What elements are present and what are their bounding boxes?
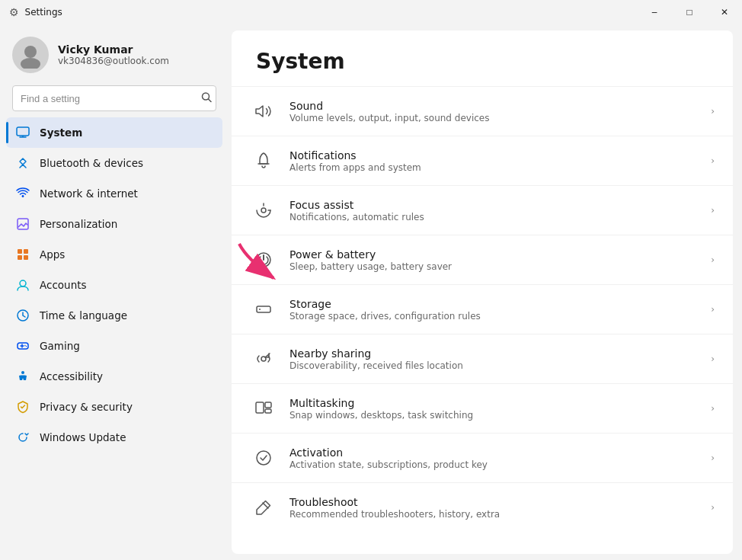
search-box (12, 85, 216, 111)
settings-item-multitasking-title: Multitasking (289, 397, 699, 409)
power-icon (250, 246, 277, 274)
sidebar-item-network[interactable]: Network & internet (6, 178, 222, 209)
nearby-chevron-icon: › (711, 354, 715, 364)
personalization-icon (15, 216, 30, 232)
settings-item-focus-text: Focus assist Notifications, automatic ru… (289, 199, 699, 222)
minimize-button[interactable]: – (637, 0, 672, 24)
apps-icon (15, 247, 30, 262)
gaming-icon (15, 338, 30, 354)
settings-item-sound-text: Sound Volume levels, output, input, soun… (289, 100, 699, 123)
sidebar-item-privacy-label: Privacy & security (40, 401, 133, 413)
nearby-icon (250, 345, 277, 373)
settings-item-focus-desc: Notifications, automatic rules (289, 212, 699, 222)
privacy-icon (15, 399, 30, 414)
sidebar-item-accessibility-label: Accessibility (40, 370, 103, 382)
sidebar-item-time[interactable]: Time & language (6, 300, 222, 331)
settings-item-power-title: Power & battery (289, 248, 699, 261)
svg-point-17 (24, 345, 25, 346)
sidebar-nav: System Bluetooth & devices Network & int… (6, 117, 222, 453)
settings-item-storage[interactable]: Storage Storage space, drives, configura… (232, 284, 733, 334)
sidebar-item-system-label: System (40, 126, 82, 139)
activation-icon (250, 444, 277, 472)
settings-item-multitasking[interactable]: Multitasking Snap windows, desktops, tas… (232, 383, 733, 433)
close-button[interactable]: ✕ (707, 0, 742, 24)
settings-item-nearby[interactable]: Nearby sharing Discoverability, received… (232, 334, 733, 383)
svg-line-3 (209, 99, 212, 102)
sidebar-item-network-label: Network & internet (40, 187, 138, 200)
settings-item-activation-desc: Activation state, subscriptions, product… (289, 459, 699, 470)
user-info: Vicky Kumar vk304836@outlook.com (58, 43, 169, 66)
accessibility-icon (15, 369, 30, 384)
settings-item-troubleshoot-desc: Recommended troubleshooters, history, ex… (289, 509, 699, 520)
settings-item-notifications-text: Notifications Alerts from apps and syste… (289, 149, 699, 173)
sidebar-item-bluetooth[interactable]: Bluetooth & devices (6, 148, 222, 178)
storage-chevron-icon: › (711, 304, 715, 315)
sidebar-item-personalization-label: Personalization (40, 218, 117, 230)
power-chevron-icon: › (711, 254, 715, 265)
settings-item-troubleshoot-text: Troubleshoot Recommended troubleshooters… (289, 496, 699, 520)
search-icon-button[interactable] (201, 92, 212, 105)
svg-rect-23 (257, 306, 270, 312)
sidebar-item-gaming[interactable]: Gaming (6, 331, 222, 361)
settings-item-focus[interactable]: Focus assist Notifications, automatic ru… (232, 185, 733, 235)
sound-chevron-icon: › (711, 106, 715, 117)
system-icon (15, 125, 30, 140)
sidebar-item-system[interactable]: System (6, 117, 222, 148)
settings-item-sound-desc: Volume levels, output, input, sound devi… (289, 113, 699, 123)
notifications-chevron-icon: › (711, 155, 715, 166)
settings-item-troubleshoot-title: Troubleshoot (289, 496, 699, 508)
user-profile[interactable]: Vicky Kumar vk304836@outlook.com (6, 24, 222, 82)
settings-item-notifications-desc: Alerts from apps and system (289, 162, 699, 173)
svg-point-29 (257, 451, 270, 465)
time-icon (15, 308, 30, 323)
settings-item-power[interactable]: Power & battery Sleep, battery usage, ba… (232, 235, 733, 284)
search-input[interactable] (12, 85, 216, 111)
bluetooth-icon (15, 155, 30, 171)
settings-item-sound[interactable]: Sound Volume levels, output, input, soun… (232, 86, 733, 136)
settings-item-nearby-title: Nearby sharing (289, 347, 699, 360)
sidebar-item-accounts[interactable]: Accounts (6, 270, 222, 300)
settings-item-activation-title: Activation (289, 446, 699, 459)
svg-rect-9 (24, 249, 28, 254)
troubleshoot-icon (250, 494, 277, 521)
sidebar-item-windows-update-label: Windows Update (40, 431, 126, 443)
sidebar-item-personalization[interactable]: Personalization (6, 209, 222, 239)
titlebar-controls: – □ ✕ (637, 0, 742, 24)
troubleshoot-chevron-icon: › (711, 502, 715, 513)
settings-item-storage-text: Storage Storage space, drives, configura… (289, 298, 699, 322)
activation-chevron-icon: › (711, 453, 715, 463)
app-body: Vicky Kumar vk304836@outlook.com System (0, 24, 742, 560)
sidebar-item-windows-update[interactable]: Windows Update (6, 422, 222, 453)
multitasking-icon (250, 395, 277, 422)
maximize-button[interactable]: □ (672, 0, 707, 24)
settings-item-power-desc: Sleep, battery usage, battery saver (289, 261, 699, 272)
settings-item-notifications[interactable]: Notifications Alerts from apps and syste… (232, 136, 733, 185)
focus-chevron-icon: › (711, 205, 715, 216)
sidebar-item-accessibility[interactable]: Accessibility (6, 361, 222, 392)
titlebar-title: Settings (25, 7, 62, 18)
svg-rect-28 (265, 409, 271, 413)
sidebar: Vicky Kumar vk304836@outlook.com System (0, 24, 229, 560)
multitasking-chevron-icon: › (711, 403, 715, 414)
main-content: System Sound Volume levels, output, inpu… (232, 30, 733, 554)
sidebar-item-apps-label: Apps (40, 248, 65, 261)
sidebar-item-time-label: Time & language (40, 309, 127, 322)
settings-item-activation[interactable]: Activation Activation state, subscriptio… (232, 433, 733, 482)
sidebar-item-privacy[interactable]: Privacy & security (6, 392, 222, 422)
settings-icon: ⚙ (9, 6, 19, 18)
avatar (12, 37, 49, 73)
svg-point-0 (24, 46, 37, 58)
sidebar-item-apps[interactable]: Apps (6, 239, 222, 270)
settings-item-multitasking-text: Multitasking Snap windows, desktops, tas… (289, 397, 699, 421)
focus-icon (250, 197, 277, 224)
settings-item-troubleshoot[interactable]: Troubleshoot Recommended troubleshooters… (232, 482, 733, 532)
svg-rect-27 (265, 402, 271, 408)
user-email: vk304836@outlook.com (58, 56, 169, 66)
svg-point-12 (20, 280, 26, 286)
sidebar-item-accounts-label: Accounts (40, 279, 87, 291)
settings-item-nearby-text: Nearby sharing Discoverability, received… (289, 347, 699, 371)
settings-item-notifications-title: Notifications (289, 149, 699, 162)
settings-item-sound-title: Sound (289, 100, 699, 112)
settings-item-activation-text: Activation Activation state, subscriptio… (289, 446, 699, 470)
settings-item-nearby-desc: Discoverability, received files location (289, 360, 699, 371)
